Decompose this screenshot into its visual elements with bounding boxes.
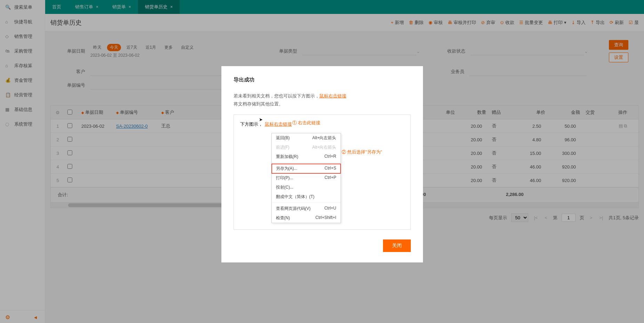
context-menu-item: 前进(F)Alt+向右箭头 (272, 143, 341, 152)
modal-title: 导出成功 (234, 77, 411, 83)
close-button[interactable]: 关闭 (383, 239, 411, 252)
export-success-modal: 导出成功 若未看到相关文档，您也可以按下方图示，鼠标右击链接 将文档存储到其他位… (221, 66, 423, 262)
context-menu-item: 投射(C)... (272, 183, 341, 192)
context-menu-item: 打印(P)...Ctrl+P (272, 173, 341, 183)
context-menu-item: 重新加载(R)Ctrl+R (272, 152, 341, 162)
modal-figure: ① 右击此链接 ② 然后选择"另存为" 下方图示， 鼠标右击链接 ➤ 返回(B)… (234, 115, 411, 230)
context-menu-item: 另存为(A)...Ctrl+S (272, 164, 341, 173)
annotation-2: ② 然后选择"另存为" (342, 149, 382, 155)
context-menu-item: 翻成中文（简体）(T) (272, 192, 341, 202)
figure-link: 鼠标右击链接 (265, 121, 292, 127)
modal-text: 若未看到相关文档，您也可以按下方图示，鼠标右击链接 将文档存储到其他位置。 (234, 92, 411, 108)
context-menu-item: 检查(N)Ctrl+Shift+I (272, 213, 341, 223)
modal-mask: 导出成功 若未看到相关文档，您也可以按下方图示，鼠标右击链接 将文档存储到其他位… (0, 0, 644, 323)
right-click-link[interactable]: 鼠标右击链接 (319, 93, 347, 99)
context-menu-item: 查看网页源代码(V)Ctrl+U (272, 204, 341, 213)
context-menu: 返回(B)Alt+向左箭头前进(F)Alt+向右箭头重新加载(R)Ctrl+R另… (271, 133, 341, 223)
context-menu-item: 返回(B)Alt+向左箭头 (272, 133, 341, 143)
cursor-icon: ➤ (259, 117, 263, 122)
annotation-1: ① 右击此链接 (292, 120, 321, 126)
